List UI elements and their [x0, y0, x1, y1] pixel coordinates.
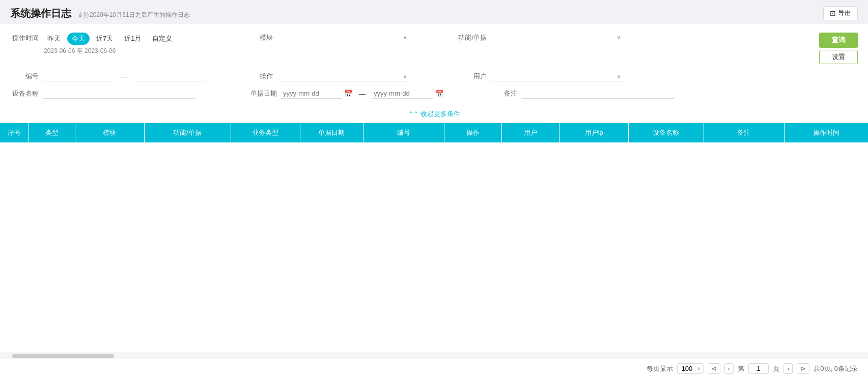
pagination-bar: 每页显示 50 100 200 ⊲ ‹ 第 页 › ⊳ 共0页, 0条记录 — [0, 359, 868, 378]
query-button[interactable]: 查询 — [819, 33, 858, 48]
operation-filter: 操作 ∨ — [244, 72, 438, 81]
col-remark: 备注 — [704, 123, 785, 142]
page-next-button[interactable]: › — [783, 363, 793, 374]
page-last-button[interactable]: ⊳ — [797, 363, 809, 374]
time-label: 操作时间 — [10, 33, 39, 43]
doc-date-dash: — — [359, 90, 366, 98]
time-filter-group: 操作时间 昨天 今天 近7天 近1月 自定义 2023-06-06 至 2023… — [10, 33, 224, 55]
filter-area: 操作时间 昨天 今天 近7天 近1月 自定义 2023-06-06 至 2023… — [0, 24, 868, 106]
collapse-icon: ⌃⌃ — [408, 110, 418, 118]
time-buttons: 昨天 今天 近7天 近1月 自定义 — [43, 33, 177, 45]
operation-label: 操作 — [244, 72, 273, 81]
page-first-button[interactable]: ⊲ — [708, 363, 720, 374]
time-btn-7days[interactable]: 近7天 — [92, 33, 118, 45]
action-buttons: 查询 设置 — [819, 33, 858, 64]
number-dash: — — [120, 73, 127, 80]
doc-date-end-group: 📅 — [372, 89, 443, 99]
col-func: 功能/单据 — [144, 123, 231, 142]
col-ip: 用户ip — [559, 123, 629, 142]
settings-button[interactable]: 设置 — [819, 50, 858, 64]
doc-date-start-group: 📅 — [281, 89, 353, 99]
remark-filter: 备注 — [489, 89, 858, 99]
function-chevron-icon: ∨ — [617, 34, 621, 41]
time-options: 昨天 今天 近7天 近1月 自定义 2023-06-06 至 2023-06-0… — [43, 33, 177, 55]
page-unit: 页 — [773, 364, 779, 373]
module-select[interactable]: ∨ — [277, 33, 409, 42]
page-title: 系统操作日志 — [10, 7, 71, 20]
page-size-label: 每页显示 — [647, 364, 673, 373]
page-size-wrapper: 50 100 200 — [677, 363, 704, 374]
user-label: 用户 — [458, 72, 487, 81]
table-header-row: 序号 类型 模块 功能/单据 业务类型 单据日期 编号 操作 用户 用户ip 设… — [0, 123, 868, 142]
function-label: 功能/单据 — [458, 33, 487, 42]
time-btn-today[interactable]: 今天 — [67, 33, 90, 45]
export-button[interactable]: ⊡ 导出 — [823, 6, 858, 20]
page-number-input[interactable] — [748, 363, 769, 374]
doc-date-label: 单据日期 — [244, 89, 277, 98]
doc-date-end-input[interactable] — [372, 89, 433, 99]
operation-chevron-icon: ∨ — [403, 73, 407, 80]
device-label: 设备名称 — [10, 89, 39, 98]
collapse-label: 收起更多条件 — [421, 109, 460, 119]
function-filter: 功能/单据 ∨ — [458, 33, 819, 42]
page-wrapper: 系统操作日志 支持2020年10月31日之后产生的操作日志 ⊡ 导出 操作时间 … — [0, 0, 868, 378]
module-label: 模块 — [244, 33, 273, 42]
page-size-select[interactable]: 50 100 200 — [677, 363, 704, 374]
collapse-bar[interactable]: ⌃⌃ 收起更多条件 — [0, 106, 868, 123]
export-icon: ⊡ — [830, 9, 836, 17]
col-code: 编号 — [363, 123, 444, 142]
user-select[interactable]: ∨ — [491, 72, 623, 81]
col-type: 类型 — [29, 123, 75, 142]
col-biz: 业务类型 — [231, 123, 300, 142]
function-select[interactable]: ∨ — [491, 33, 623, 42]
export-label: 导出 — [838, 9, 851, 18]
number-label: 编号 — [10, 72, 39, 81]
doc-date-start-input[interactable] — [281, 89, 342, 99]
user-chevron-icon: ∨ — [617, 73, 621, 80]
col-user: 用户 — [502, 123, 559, 142]
scrollbar-thumb[interactable] — [12, 354, 114, 358]
doc-date-filter: 单据日期 📅 — 📅 — [244, 89, 468, 99]
data-table: 序号 类型 模块 功能/单据 业务类型 单据日期 编号 操作 用户 用户ip 设… — [0, 123, 868, 142]
page-prev-button[interactable]: ‹ — [724, 363, 734, 374]
calendar-start-icon[interactable]: 📅 — [344, 90, 353, 98]
col-device: 设备名称 — [629, 123, 704, 142]
table-wrapper: 序号 类型 模块 功能/单据 业务类型 单据日期 编号 操作 用户 用户ip 设… — [0, 123, 868, 353]
time-btn-1month[interactable]: 近1月 — [120, 33, 146, 45]
device-filter: 设备名称 — [10, 89, 224, 99]
time-date-range: 2023-06-06 至 2023-06-06 — [43, 47, 177, 55]
total-info: 共0页, 0条记录 — [814, 364, 858, 373]
remark-input[interactable] — [521, 89, 674, 99]
module-filter: 模块 ∨ — [244, 33, 438, 42]
page-label: 第 — [738, 364, 744, 373]
page-subtitle: 支持2020年10月31日之后产生的操作日志 — [77, 11, 190, 19]
device-input[interactable] — [43, 89, 195, 99]
header-left: 系统操作日志 支持2020年10月31日之后产生的操作日志 — [10, 7, 190, 20]
scrollbar-area[interactable] — [0, 353, 868, 359]
user-filter: 用户 ∨ — [458, 72, 858, 81]
time-btn-custom[interactable]: 自定义 — [148, 33, 177, 45]
page-header: 系统操作日志 支持2020年10月31日之后产生的操作日志 ⊡ 导出 — [0, 0, 868, 24]
number-filter: 编号 — — [10, 71, 224, 81]
number-input-end[interactable] — [133, 71, 204, 81]
col-date: 单据日期 — [300, 123, 363, 142]
col-seq: 序号 — [0, 123, 29, 142]
remark-label: 备注 — [489, 89, 517, 98]
number-input-start[interactable] — [43, 71, 114, 81]
col-time: 操作时间 — [785, 123, 868, 142]
time-btn-yesterday[interactable]: 昨天 — [43, 33, 65, 45]
col-module: 模块 — [75, 123, 144, 142]
module-chevron-icon: ∨ — [403, 34, 407, 41]
operation-select[interactable]: ∨ — [277, 72, 409, 81]
calendar-end-icon[interactable]: 📅 — [435, 90, 443, 98]
col-op: 操作 — [444, 123, 501, 142]
collapse-button[interactable]: ⌃⌃ 收起更多条件 — [408, 109, 460, 119]
